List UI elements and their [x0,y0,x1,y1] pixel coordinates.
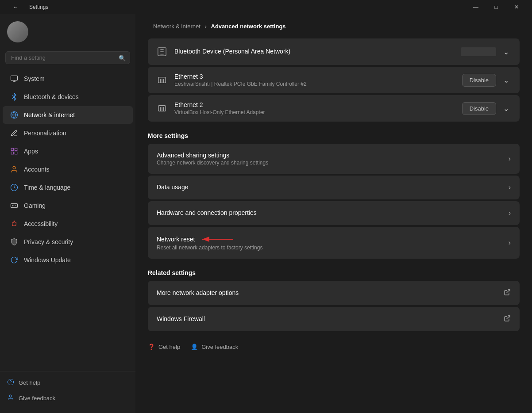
sidebar-item-apps[interactable]: Apps [3,142,133,160]
svg-rect-10 [11,204,18,208]
hardware-properties-title: Hardware and connection properties [157,209,509,216]
windows-firewall-content: Windows Firewall [157,315,504,323]
close-button[interactable]: ✕ [506,0,527,14]
footer-item-give-feedback[interactable]: Give feedback [0,390,135,406]
network-info-bluetooth: Bluetooth Device (Personal Area Network) [174,48,455,56]
more-adapter-options-title: More network adapter options [157,289,504,296]
network-info-ethernet2: Ethernet 2 VirtualBox Host-Only Ethernet… [174,101,457,115]
advanced-sharing-arrow-icon: › [509,155,511,163]
content-area: Network & internet › Advanced network se… [135,14,532,413]
hardware-properties-content: Hardware and connection properties [157,209,509,217]
more-adapter-options-row[interactable]: More network adapter options [148,281,520,305]
gaming-icon [10,201,19,210]
sidebar-item-gaming[interactable]: Gaming [3,197,133,214]
titlebar-controls: — □ ✕ [466,0,527,14]
accessibility-icon [10,219,19,228]
sidebar-item-label-update: Windows Update [24,256,71,264]
ethernet2-desc: VirtualBox Host-Only Ethernet Adapter [174,109,457,115]
search-input[interactable] [5,51,130,64]
sidebar-item-time[interactable]: Time & language [3,179,133,196]
hardware-properties-row[interactable]: Hardware and connection properties › [148,201,520,225]
advanced-sharing-title: Advanced sharing settings [157,152,509,159]
personalization-icon [10,129,19,138]
avatar [7,21,28,42]
svg-point-12 [8,379,13,385]
sidebar-item-accounts[interactable]: Accounts [3,161,133,178]
sidebar-item-label-bluetooth: Bluetooth & devices [24,93,79,100]
network-card-ethernet2: Ethernet 2 VirtualBox Host-Only Ethernet… [148,95,520,122]
disable-ethernet2-btn[interactable]: Disable [462,102,496,115]
footer-label-get-help: Get help [19,379,40,386]
titlebar-title: Settings [29,4,48,10]
ethernet2-name: Ethernet 2 [174,101,457,108]
sidebar-item-accessibility[interactable]: Accessibility [3,215,133,233]
system-icon [10,74,19,83]
expand-bluetooth-btn[interactable]: ⌄ [500,46,513,58]
data-usage-row[interactable]: Data usage › [148,176,520,199]
network-icon [10,111,19,119]
svg-rect-0 [11,76,18,80]
svg-point-8 [13,166,15,169]
give-feedback-icon [7,394,14,402]
minimize-button[interactable]: — [466,0,486,14]
get-help-icon [7,379,14,387]
more-settings-header: More settings [148,123,520,144]
network-reset-desc: Reset all network adapters to factory se… [157,245,509,251]
svg-line-29 [507,290,510,293]
advanced-sharing-content: Advanced sharing settings Change network… [157,152,509,166]
search-icon: 🔍 [119,54,126,61]
expand-ethernet2-btn[interactable]: ⌄ [500,103,513,115]
footer-links: ❓ Get help 👤 Give feedback [148,333,520,350]
sidebar-item-label-privacy: Privacy & security [24,238,73,245]
sidebar-item-network[interactable]: Network & internet [3,106,133,124]
ethernet3-icon [155,73,169,87]
network-reset-content: Network reset [157,235,509,251]
sidebar-item-bluetooth[interactable]: Bluetooth & devices [3,88,133,106]
give-feedback-link[interactable]: 👤 Give feedback [191,344,238,350]
hardware-properties-arrow-icon: › [509,209,511,217]
footer-item-get-help[interactable]: Get help [0,375,135,390]
sidebar-nav: System Bluetooth & devices Network & int… [0,68,135,371]
app-container: 🔍 System Bluetooth & devices Network & i… [0,14,532,413]
windows-firewall-row[interactable]: Windows Firewall [148,307,520,331]
sidebar-item-privacy[interactable]: Privacy & security [3,233,133,251]
more-adapter-options-content: More network adapter options [157,289,504,297]
sidebar-item-label-accessibility: Accessibility [24,220,58,227]
back-button[interactable]: ← [5,0,26,14]
ethernet3-name: Ethernet 3 [174,73,457,80]
sidebar-item-system[interactable]: System [3,70,133,88]
network-actions-bluetooth: ⌄ [461,46,513,58]
windows-firewall-external-icon [504,315,511,323]
expand-ethernet3-btn[interactable]: ⌄ [500,74,513,86]
sidebar-item-label-gaming: Gaming [24,202,46,209]
sidebar-item-update[interactable]: Windows Update [3,251,133,269]
ethernet2-icon [155,101,169,115]
sidebar-item-label-accounts: Accounts [24,166,50,173]
titlebar: ← Settings — □ ✕ [0,0,532,14]
sidebar-item-label-personalization: Personalization [24,130,66,137]
sidebar-item-label-system: System [24,75,45,82]
sidebar-item-label-network: Network & internet [24,111,75,119]
sidebar-item-label-time: Time & language [24,184,70,191]
network-card-bluetooth: Bluetooth Device (Personal Area Network)… [148,38,520,65]
give-feedback-icon: 👤 [191,344,198,350]
data-usage-arrow-icon: › [509,184,511,191]
profile-section [0,18,135,50]
network-reset-row[interactable]: Network reset [148,227,520,259]
advanced-sharing-row[interactable]: Advanced sharing settings Change network… [148,144,520,174]
breadcrumb: Network & internet › Advanced network se… [153,23,514,30]
network-card-ethernet3: Ethernet 3 EeshwarSrishti | Realtek PCIe… [148,67,520,93]
network-reset-arrow-icon: › [509,239,511,247]
search-box: 🔍 [5,51,130,64]
disable-ethernet3-btn[interactable]: Disable [462,74,496,87]
privacy-icon [10,237,19,246]
windows-firewall-title: Windows Firewall [157,315,504,322]
svg-line-30 [507,316,510,319]
svg-point-14 [9,395,12,397]
maximize-button[interactable]: □ [486,0,506,14]
svg-rect-7 [15,152,17,154]
get-help-link[interactable]: ❓ Get help [148,344,180,350]
titlebar-left: ← Settings [5,0,48,14]
sidebar-item-personalization[interactable]: Personalization [3,124,133,142]
red-arrow-annotation [200,235,235,244]
